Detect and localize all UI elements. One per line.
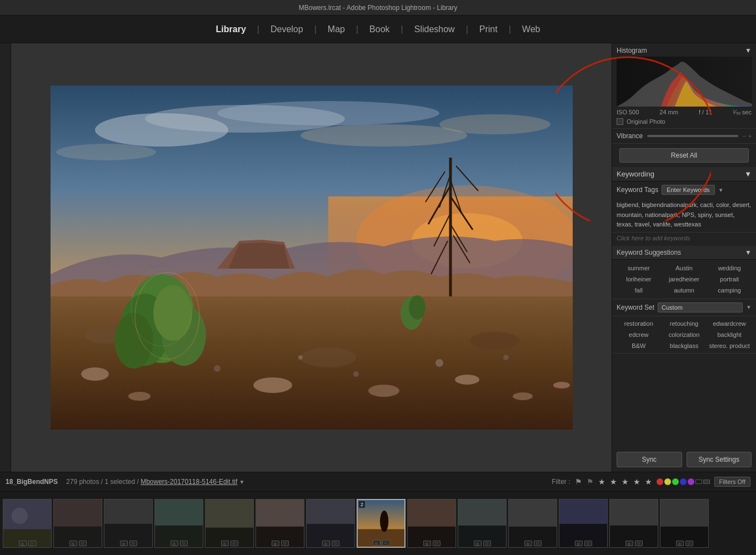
- filter-flag-gray[interactable]: ⚑: [587, 477, 594, 486]
- filmstrip-thumb-7[interactable]: ◇ □: [306, 499, 355, 548]
- svg-point-52: [12, 508, 28, 524]
- suggestions-label: Keyword Suggestions: [617, 249, 681, 256]
- filmstrip-thumb-2[interactable]: ◇ □: [53, 499, 102, 548]
- filter-star-5[interactable]: ★: [645, 477, 652, 486]
- filter-flag-white[interactable]: ⚑: [575, 477, 582, 486]
- svg-point-44: [353, 371, 359, 377]
- thumb-11-icon-a: ◇: [524, 541, 532, 546]
- kw-restoration[interactable]: restoration: [617, 319, 661, 329]
- filmstrip-thumb-8[interactable]: 2 ◇ □: [357, 499, 405, 548]
- filmstrip-thumb-12[interactable]: ◇ □: [559, 499, 608, 548]
- filter-blue[interactable]: [680, 478, 687, 485]
- enter-keywords-button[interactable]: Enter Keywords: [662, 185, 715, 195]
- vibrance-slider[interactable]: [647, 135, 738, 137]
- filmstrip-thumb-14[interactable]: ◇ □: [660, 499, 709, 548]
- filter-star-4[interactable]: ★: [633, 477, 640, 486]
- keywording-header[interactable]: Keywording ▼: [612, 167, 756, 181]
- kw-stereo-product[interactable]: stereo. product: [707, 341, 752, 351]
- thumb-2-icon-b: □: [79, 541, 87, 546]
- keyword-set-grid: restoration retouching edwardcrew edcrew…: [612, 316, 756, 354]
- nav-map[interactable]: Map: [317, 16, 356, 43]
- filter-red[interactable]: [657, 478, 663, 485]
- histogram-dropdown-icon[interactable]: ▼: [745, 47, 752, 54]
- thumb-12-icon-a: ◇: [575, 541, 583, 546]
- suggestion-fall[interactable]: fall: [617, 285, 661, 295]
- thumb-9-icon-a: ◇: [423, 541, 431, 546]
- kw-bw[interactable]: B&W: [617, 341, 661, 351]
- svg-point-34: [409, 295, 425, 320]
- nav-slideshow[interactable]: Slideshow: [403, 16, 466, 43]
- suggestion-camping[interactable]: camping: [707, 285, 752, 295]
- filter-yellow[interactable]: [664, 478, 671, 485]
- suggestions-grid: summer Austin wedding loriheiner jaredhe…: [612, 260, 756, 299]
- kw-edwardcrew[interactable]: edwardcrew: [707, 319, 752, 329]
- filter-any[interactable]: [703, 480, 710, 484]
- filmstrip-thumb-5[interactable]: ◇ □: [205, 499, 254, 548]
- thumb-4-icon-a: ◇: [171, 541, 178, 546]
- filmstrip-thumb-3[interactable]: ◇ □: [104, 499, 153, 548]
- filter-none[interactable]: [695, 480, 702, 484]
- filter-star-2[interactable]: ★: [610, 477, 617, 486]
- vibrance-plus[interactable]: +: [748, 133, 752, 139]
- filter-star-3[interactable]: ★: [622, 477, 629, 486]
- thumb-10-icons: ◇ □: [458, 541, 506, 546]
- keyword-suggestions-header[interactable]: Keyword Suggestions ▼: [612, 246, 756, 260]
- filmstrip-thumb-6[interactable]: ◇ □: [256, 499, 304, 548]
- collection-name: 18_BigBendNPS: [6, 478, 58, 486]
- svg-point-29: [153, 285, 192, 341]
- vibrance-minus[interactable]: −: [743, 133, 746, 139]
- kw-edcrew[interactable]: edcrew: [617, 330, 661, 340]
- sync-button[interactable]: Sync: [617, 452, 682, 467]
- nav-library[interactable]: Library: [205, 16, 257, 43]
- sync-settings-button[interactable]: Sync Settings: [687, 452, 752, 467]
- kw-colorization[interactable]: colorization: [662, 330, 707, 340]
- kw-blackglass[interactable]: blackglass: [662, 341, 707, 351]
- filename[interactable]: Mbowers-20170118-5146-Edit.tif: [141, 478, 237, 486]
- filmstrip-thumb-10[interactable]: ◇ □: [458, 499, 507, 548]
- enter-keywords-arrow[interactable]: ▼: [718, 187, 724, 193]
- nav-book[interactable]: Book: [358, 16, 400, 43]
- nav-print[interactable]: Print: [468, 16, 509, 43]
- filters-off-button[interactable]: Filters Off: [714, 477, 750, 487]
- filter-green[interactable]: [672, 478, 679, 485]
- keyword-tags-row: Keyword Tags Enter Keywords ▼: [612, 181, 756, 198]
- thumb-11-icon-b: □: [534, 541, 542, 546]
- filter-star-1[interactable]: ★: [598, 477, 605, 486]
- thumb-5-icon-b: □: [231, 541, 238, 546]
- reset-all-button[interactable]: Reset All: [619, 148, 749, 163]
- original-photo-checkbox[interactable]: [617, 118, 623, 125]
- kw-backlight[interactable]: backlight: [707, 330, 752, 340]
- suggestion-austin[interactable]: Austin: [662, 263, 707, 273]
- suggestion-summer[interactable]: summer: [617, 263, 661, 273]
- suggestion-autumn[interactable]: autumn: [662, 285, 707, 295]
- keyword-set-dropdown[interactable]: Custom: [658, 302, 743, 312]
- svg-point-30: [114, 313, 153, 369]
- thumb-8-icons: ◇ □: [358, 540, 404, 546]
- filter-purple[interactable]: [688, 478, 694, 485]
- svg-rect-75: [408, 500, 455, 527]
- filmstrip-thumb-13[interactable]: ◇ □: [609, 499, 658, 548]
- nav-web[interactable]: Web: [511, 16, 552, 43]
- nav-develop[interactable]: Develop: [259, 16, 314, 43]
- suggestion-wedding[interactable]: wedding: [707, 263, 752, 273]
- keyword-set-arrow[interactable]: ▼: [746, 304, 752, 310]
- svg-rect-60: [155, 500, 203, 526]
- filmstrip-thumb-1[interactable]: ◇ □: [3, 499, 52, 548]
- click-to-add-keywords[interactable]: Click here to add keywords: [612, 233, 756, 246]
- suggestion-jaredheiner[interactable]: jaredheiner: [662, 274, 707, 284]
- keywords-text-area[interactable]: bigbend, bigbendnationalpark, cacti, col…: [612, 198, 756, 233]
- filmstrip-thumb-9[interactable]: ◇ □: [407, 499, 456, 548]
- vibrance-label: Vibrance: [617, 132, 643, 140]
- svg-rect-78: [458, 500, 506, 526]
- top-navigation: Library | Develop | Map | Book | Slidesh…: [0, 16, 756, 43]
- title-text: MBowers.lrcat - Adobe Photoshop Lightroo…: [299, 4, 457, 12]
- filmstrip-thumb-11[interactable]: ◇ □: [508, 499, 557, 548]
- suggestion-portrait[interactable]: portrait: [707, 274, 752, 284]
- filmstrip: ◇ □ ◇ □ ◇ □ ◇: [0, 491, 756, 555]
- filename-arrow[interactable]: ▼: [239, 479, 245, 485]
- kw-retouching[interactable]: retouching: [662, 319, 707, 329]
- filmstrip-thumb-4[interactable]: ◇ □: [154, 499, 203, 548]
- right-panel: Histogram ▼: [612, 43, 756, 472]
- thumb-6-icon-b: □: [281, 541, 289, 546]
- suggestion-loriheiner[interactable]: loriheiner: [617, 274, 661, 284]
